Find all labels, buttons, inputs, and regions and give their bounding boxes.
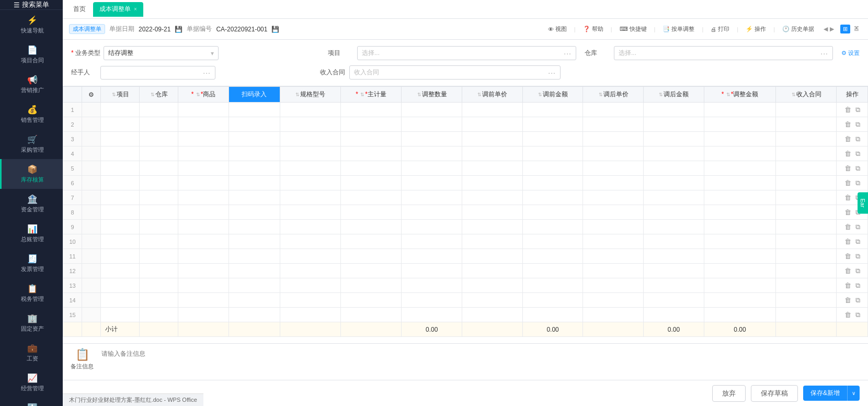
toolbar-print[interactable]: 🖨 打印 [707, 24, 733, 34]
save-draft-button[interactable]: 保存草稿 [751, 385, 798, 402]
cell-after-amount-8[interactable] [644, 205, 704, 220]
cell-product-6[interactable] [178, 176, 229, 190]
sort-income-contract-icon[interactable]: ⇅ [792, 92, 796, 97]
copy-icon-4[interactable]: ⧉ [854, 149, 861, 159]
sort-spec-icon[interactable]: ⇅ [295, 92, 300, 97]
cell-after-amount-1[interactable] [644, 103, 704, 117]
cell-after-price-6[interactable] [583, 176, 644, 190]
copy-icon-1[interactable]: ⧉ [854, 105, 861, 115]
th-after-price[interactable]: ⇅调后单价 [583, 87, 644, 103]
cell-adjust-amount-6[interactable] [704, 176, 776, 190]
cell-before-price-7[interactable] [462, 190, 523, 205]
cell-spec-1[interactable] [280, 103, 340, 117]
cell-project-10[interactable] [101, 234, 140, 249]
cell-adjust-qty-7[interactable] [402, 190, 462, 205]
cell-unit-10[interactable] [340, 234, 402, 249]
cell-product-11[interactable] [178, 249, 229, 264]
cell-scan-13[interactable] [229, 278, 280, 293]
cell-spec-5[interactable] [280, 161, 340, 176]
cell-after-price-2[interactable] [583, 117, 644, 132]
cell-action-13[interactable]: 🗑⧉ [837, 278, 868, 293]
cell-action-6[interactable]: 🗑⧉ [837, 176, 868, 190]
cell-after-amount-11[interactable] [644, 249, 704, 264]
cell-adjust-amount-13[interactable] [704, 278, 776, 293]
cell-product-13[interactable] [178, 278, 229, 293]
tab-home[interactable]: 首页 [67, 2, 92, 17]
cell-income-contract-6[interactable] [776, 176, 837, 190]
cell-action-4[interactable]: 🗑⧉ [837, 146, 868, 161]
cell-project-7[interactable] [101, 190, 140, 205]
sidebar-item-basic-info[interactable]: ℹ️ 基础信息 [0, 398, 63, 406]
cell-warehouse-14[interactable] [140, 293, 178, 308]
cell-after-price-10[interactable] [583, 234, 644, 249]
cell-adjust-qty-12[interactable] [402, 264, 462, 278]
cell-unit-11[interactable] [340, 249, 402, 264]
cell-product-10[interactable] [178, 234, 229, 249]
cell-project-9[interactable] [101, 220, 140, 234]
cell-before-amount-15[interactable] [522, 308, 583, 322]
cell-spec-12[interactable] [280, 264, 340, 278]
th-adjust-amount[interactable]: ⇅*调整金额 [704, 87, 776, 103]
sidebar-item-fixed-assets[interactable]: 🏢 固定资产 [0, 308, 63, 338]
delete-icon-11[interactable]: 🗑 [843, 251, 852, 261]
cell-after-amount-9[interactable] [644, 220, 704, 234]
cell-after-amount-4[interactable] [644, 146, 704, 161]
cell-before-price-13[interactable] [462, 278, 523, 293]
cell-adjust-amount-2[interactable] [704, 117, 776, 132]
cell-after-amount-6[interactable] [644, 176, 704, 190]
sort-adjust-amount-icon[interactable]: ⇅ [726, 92, 730, 97]
copy-icon-12[interactable]: ⧉ [854, 266, 861, 276]
cell-spec-14[interactable] [280, 293, 340, 308]
cell-income-contract-7[interactable] [776, 190, 837, 205]
cell-unit-3[interactable] [340, 132, 402, 146]
th-after-amount[interactable]: ⇅调后金额 [644, 87, 704, 103]
cell-warehouse-10[interactable] [140, 234, 178, 249]
sidebar-item-project-contract[interactable]: 📄 项目合同 [0, 40, 63, 70]
sort-project-icon[interactable]: ⇅ [112, 92, 116, 97]
cell-adjust-qty-11[interactable] [402, 249, 462, 264]
sort-warehouse-icon[interactable]: ⇅ [151, 92, 155, 97]
cell-before-amount-5[interactable] [522, 161, 583, 176]
cell-after-amount-5[interactable] [644, 161, 704, 176]
cell-before-price-3[interactable] [462, 132, 523, 146]
cell-unit-14[interactable] [340, 293, 402, 308]
cell-warehouse-2[interactable] [140, 117, 178, 132]
cell-project-4[interactable] [101, 146, 140, 161]
cell-adjust-amount-15[interactable] [704, 308, 776, 322]
remark-input[interactable] [101, 348, 862, 359]
cell-income-contract-9[interactable] [776, 220, 837, 234]
cell-after-price-11[interactable] [583, 249, 644, 264]
save-new-arrow-icon[interactable]: ∨ [848, 387, 860, 399]
cell-unit-4[interactable] [340, 146, 402, 161]
cell-product-1[interactable] [178, 103, 229, 117]
cell-adjust-amount-9[interactable] [704, 220, 776, 234]
toolbar-check-adjust[interactable]: 📑 按单调整 [659, 24, 698, 34]
cell-after-amount-7[interactable] [644, 190, 704, 205]
cell-product-8[interactable] [178, 205, 229, 220]
sort-unit-icon[interactable]: ⇅ [360, 92, 364, 97]
copy-icon-5[interactable]: ⧉ [854, 163, 861, 174]
th-scan[interactable]: 扫码录入 [229, 87, 280, 103]
cell-before-price-2[interactable] [462, 117, 523, 132]
sort-before-amount-icon[interactable]: ⇅ [538, 92, 542, 97]
cell-adjust-qty-5[interactable] [402, 161, 462, 176]
cell-adjust-amount-12[interactable] [704, 264, 776, 278]
doc-close-button[interactable]: × [851, 23, 862, 33]
cell-product-3[interactable] [178, 132, 229, 146]
cell-unit-5[interactable] [340, 161, 402, 176]
discard-button[interactable]: 放弃 [712, 385, 746, 402]
cell-after-amount-14[interactable] [644, 293, 704, 308]
cell-project-2[interactable] [101, 117, 140, 132]
sidebar-item-invoice-mgmt[interactable]: 🧾 发票管理 [0, 249, 63, 278]
cell-spec-10[interactable] [280, 234, 340, 249]
cell-project-14[interactable] [101, 293, 140, 308]
sidebar-item-ledger-mgmt[interactable]: 📊 总账管理 [0, 219, 63, 249]
copy-icon-11[interactable]: ⧉ [854, 251, 861, 262]
copy-icon-3[interactable]: ⧉ [854, 134, 861, 144]
grid-view-icon[interactable]: ⊞ [840, 25, 850, 33]
toolbar-operations[interactable]: ⚡ 操作 [743, 24, 769, 34]
cell-spec-15[interactable] [280, 308, 340, 322]
cell-before-amount-3[interactable] [522, 132, 583, 146]
cell-unit-7[interactable] [340, 190, 402, 205]
cell-scan-5[interactable] [229, 161, 280, 176]
